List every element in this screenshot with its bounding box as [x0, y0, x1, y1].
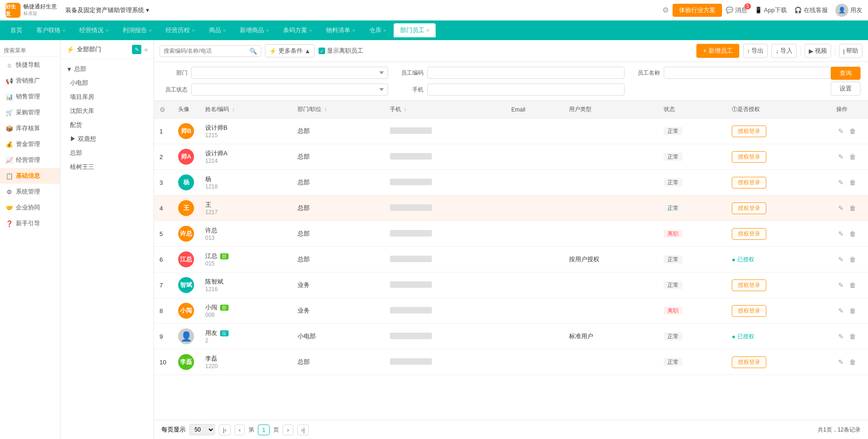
emp-code-input[interactable]	[427, 67, 624, 79]
auth-login-button[interactable]: 授权登录	[732, 202, 766, 214]
next-page-button[interactable]: ›	[283, 425, 293, 435]
col-settings-icon[interactable]: ⚙	[160, 106, 166, 113]
delete-icon[interactable]: 🗑	[847, 332, 858, 341]
nav-tab-物料清单[interactable]: 物料清单×	[319, 23, 361, 37]
chevron-down-icon[interactable]: ▾	[146, 7, 149, 14]
delete-icon[interactable]: 🗑	[847, 306, 858, 315]
delete-icon[interactable]: 🗑	[847, 357, 858, 367]
nav-tab-经营情况[interactable]: 经营情况×	[73, 23, 115, 37]
show-resigned-toggle[interactable]: ✓ 显示离职员工	[319, 47, 363, 55]
sidebar-item-inventory[interactable]: 📦库存核算	[0, 120, 60, 136]
dept-item-配货[interactable]: 配货	[61, 118, 153, 132]
edit-icon[interactable]: ✎	[836, 178, 846, 187]
emp-status-select[interactable]	[191, 84, 388, 96]
dept-item-沈阳大库[interactable]: 沈阳大库	[61, 104, 153, 118]
edit-icon[interactable]: ✎	[836, 306, 846, 315]
gear-icon[interactable]: ⚙	[662, 6, 669, 14]
sidebar-item-purchase[interactable]: 🛒采购管理	[0, 105, 60, 120]
nav-tab-商品[interactable]: 商品×	[202, 23, 232, 37]
close-tab-icon[interactable]: ×	[266, 28, 269, 33]
sidebar-item-guide[interactable]: ❓新手引导	[0, 216, 60, 231]
user-menu[interactable]: 👤 用友	[835, 4, 862, 17]
close-tab-icon[interactable]: ×	[352, 28, 355, 33]
nav-tab-经营历程[interactable]: 经营历程×	[159, 23, 201, 37]
edit-icon[interactable]: ✎	[836, 332, 846, 341]
auth-login-button[interactable]: 授权登录	[732, 125, 766, 137]
sidebar-search-input[interactable]	[4, 47, 61, 54]
delete-icon[interactable]: 🗑	[847, 126, 858, 136]
first-page-button[interactable]: |‹	[219, 425, 231, 435]
reset-button[interactable]: 设置	[831, 82, 861, 96]
collapse-icon[interactable]: «	[144, 46, 148, 53]
col-phone-header[interactable]: 手机 ↕	[384, 101, 506, 118]
sidebar-item-basic[interactable]: 📋基础信息	[0, 168, 60, 184]
auth-login-button[interactable]: 授权登录	[732, 177, 766, 188]
dept-item-小电部[interactable]: 小电部	[61, 76, 153, 90]
query-button[interactable]: 查询	[831, 67, 861, 80]
sidebar-item-sales[interactable]: 📊销售管理	[0, 89, 60, 105]
sidebar-item-operations[interactable]: 📈经营管理	[0, 152, 60, 168]
nav-tab-利润报告[interactable]: 利润报告×	[116, 23, 158, 37]
dept-item-总部[interactable]: 总部	[61, 146, 153, 160]
nav-tab-仓库[interactable]: 仓库×	[363, 23, 393, 37]
auth-login-button[interactable]: 授权登录	[732, 279, 766, 291]
edit-icon[interactable]: ✎	[836, 280, 846, 290]
auth-login-button[interactable]: 授权登录	[732, 356, 766, 368]
import-button[interactable]: ↓ 导入	[771, 44, 797, 58]
more-filter-button[interactable]: ⚡ 更多条件 ▲	[265, 44, 315, 57]
close-tab-icon[interactable]: ×	[62, 28, 65, 33]
help-button[interactable]: | 帮助	[839, 44, 862, 58]
edit-dept-icon[interactable]: ✎	[132, 45, 141, 54]
last-page-button[interactable]: ›|	[297, 425, 309, 435]
all-dept-label[interactable]: 全部部门	[77, 45, 129, 54]
edit-icon[interactable]: ✎	[836, 357, 846, 367]
close-tab-icon[interactable]: ×	[309, 28, 312, 33]
app-download-button[interactable]: 📱 App下载	[755, 6, 787, 14]
auth-login-button[interactable]: 授权登录	[732, 228, 766, 240]
delete-icon[interactable]: 🗑	[847, 203, 858, 213]
prev-page-button[interactable]: ‹	[235, 425, 245, 435]
close-tab-icon[interactable]: ×	[192, 28, 194, 33]
nav-tab-条码方案[interactable]: 条码方案×	[277, 23, 319, 37]
nav-tab-新增商品[interactable]: 新增商品×	[233, 23, 275, 37]
nav-tab-部门员工[interactable]: 部门员工×	[394, 23, 436, 37]
delete-icon[interactable]: 🗑	[847, 255, 858, 264]
col-name-header[interactable]: 姓名/编码 ↕	[200, 101, 292, 118]
edit-icon[interactable]: ✎	[836, 152, 846, 161]
edit-icon[interactable]: ✎	[836, 126, 846, 136]
message-button[interactable]: 💬 消息 5	[726, 6, 747, 14]
col-dept-header[interactable]: 部门/职位 ↕	[292, 101, 384, 118]
dept-filter-select[interactable]	[191, 67, 388, 79]
sidebar-item-quick-nav[interactable]: ⌂快捷导航	[0, 57, 60, 73]
dept-item-双鹿想[interactable]: ▶ 双鹿想	[61, 132, 153, 146]
close-tab-icon[interactable]: ×	[426, 28, 429, 33]
online-service-button[interactable]: 🎧 在线客服	[794, 6, 828, 14]
edit-icon[interactable]: ✎	[836, 229, 846, 238]
dept-item-root[interactable]: ▼总部	[61, 62, 153, 76]
auth-login-button[interactable]: 授权登录	[732, 305, 766, 317]
close-tab-icon[interactable]: ×	[223, 28, 226, 33]
phone-input[interactable]	[427, 84, 624, 96]
sidebar-item-marketing[interactable]: 📢营销推广	[0, 73, 60, 89]
edit-icon[interactable]: ✎	[836, 255, 846, 264]
close-tab-icon[interactable]: ×	[149, 28, 152, 33]
delete-icon[interactable]: 🗑	[847, 280, 858, 290]
delete-icon[interactable]: 🗑	[847, 229, 858, 238]
close-tab-icon[interactable]: ×	[105, 28, 108, 33]
search-input[interactable]	[164, 48, 248, 54]
page-size-select[interactable]: 50 20 100	[189, 424, 215, 435]
edit-icon[interactable]: ✎	[836, 203, 846, 213]
add-employee-button[interactable]: + 新增员工	[696, 44, 739, 58]
nav-tab-客户联络[interactable]: 客户联络×	[30, 23, 72, 37]
auth-login-button[interactable]: 授权登录	[732, 151, 766, 163]
dept-item-植树王三[interactable]: 植树王三	[61, 160, 153, 174]
export-button[interactable]: ↑ 导出	[743, 44, 768, 58]
sidebar-item-system[interactable]: ⚙系统管理	[0, 184, 60, 200]
sidebar-item-collab[interactable]: 🤝企业协同	[0, 200, 60, 216]
delete-icon[interactable]: 🗑	[847, 152, 858, 161]
dept-item-项目库房[interactable]: 项目库房	[61, 90, 153, 104]
close-tab-icon[interactable]: ×	[383, 28, 386, 33]
nav-tab-首页[interactable]: 首页	[4, 23, 29, 37]
video-button[interactable]: ▶ 视频	[805, 44, 831, 58]
delete-icon[interactable]: 🗑	[847, 178, 858, 187]
